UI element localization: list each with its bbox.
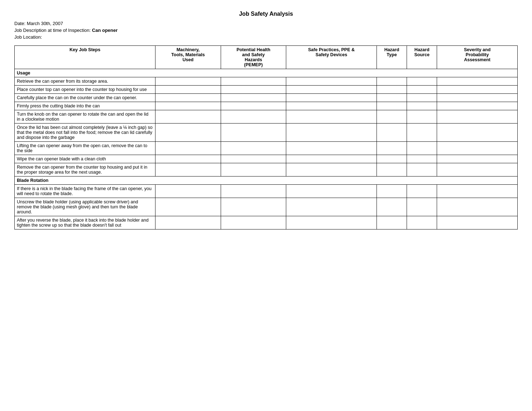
safe-practices-cell (286, 110, 377, 124)
section-header-row: Usage (15, 69, 518, 77)
jsa-table: Key Job Steps Machinery, Tools, Material… (14, 45, 518, 229)
health-cell (221, 185, 286, 198)
table-row: Remove the can opener from the counter t… (15, 163, 518, 177)
meta-location: Job Location: (14, 34, 518, 40)
severity-cell (437, 94, 518, 102)
table-row: If there is a nick in the blade facing t… (15, 185, 518, 198)
header-machinery: Machinery, Tools, Materials Used (155, 46, 221, 69)
table-row: After you reverse the blade, place it ba… (15, 216, 518, 229)
safe-practices-cell (286, 163, 377, 177)
safe-practices-cell (286, 94, 377, 102)
table-row: Carefully place the can on the counter u… (15, 94, 518, 102)
safe-practices-cell (286, 77, 377, 86)
step-text: Wipe the can opener blade with a clean c… (15, 155, 155, 163)
meta-date: Date: March 30th, 2007 (14, 21, 518, 26)
hazard-source-cell (407, 110, 437, 124)
hazard-source-cell (407, 102, 437, 110)
severity-cell (437, 185, 518, 198)
machinery-cell (155, 142, 221, 155)
hazard-source-cell (407, 77, 437, 86)
health-cell (221, 86, 286, 94)
health-cell (221, 198, 286, 216)
safe-practices-cell (286, 216, 377, 229)
hazard-source-cell (407, 155, 437, 163)
header-safe-practices: Safe Practices, PPE & Safety Devices (286, 46, 377, 69)
section-label: Blade Rotation (15, 177, 518, 185)
machinery-cell (155, 102, 221, 110)
safe-practices-cell (286, 185, 377, 198)
table-row: Wipe the can opener blade with a clean c… (15, 155, 518, 163)
hazard-source-cell (407, 198, 437, 216)
severity-cell (437, 86, 518, 94)
header-health-hazards: Potential Health and Safety Hazards (PEM… (221, 46, 286, 69)
hazard-source-cell (407, 185, 437, 198)
hazard-source-cell (407, 216, 437, 229)
header-hazard-type: HazardType (377, 46, 407, 69)
step-text: After you reverse the blade, place it ba… (15, 216, 155, 229)
step-text: Retrieve the can opener from its storage… (15, 77, 155, 86)
step-text: Once the lid has been cut almost complet… (15, 124, 155, 142)
health-cell (221, 124, 286, 142)
header-severity: Severity and Probability Assessment (437, 46, 518, 69)
job-desc-value: Can opener (92, 28, 118, 33)
step-text: Turn the knob on the can opener to rotat… (15, 110, 155, 124)
machinery-cell (155, 216, 221, 229)
hazard-type-cell (377, 142, 407, 155)
step-text: Carefully place the can on the counter u… (15, 94, 155, 102)
step-text: If there is a nick in the blade facing t… (15, 185, 155, 198)
hazard-type-cell (377, 198, 407, 216)
health-cell (221, 77, 286, 86)
hazard-source-cell (407, 163, 437, 177)
step-text: Unscrew the blade holder (using applicab… (15, 198, 155, 216)
hazard-type-cell (377, 124, 407, 142)
table-row: Unscrew the blade holder (using applicab… (15, 198, 518, 216)
table-row: Turn the knob on the can opener to rotat… (15, 110, 518, 124)
safe-practices-cell (286, 142, 377, 155)
hazard-source-cell (407, 94, 437, 102)
section-label: Usage (15, 69, 518, 77)
table-row: Lifting the can opener away from the ope… (15, 142, 518, 155)
severity-cell (437, 124, 518, 142)
job-desc-prefix: Job Description at time of Inspection: (14, 28, 92, 33)
hazard-source-cell (407, 86, 437, 94)
table-row: Retrieve the can opener from its storage… (15, 77, 518, 86)
machinery-cell (155, 94, 221, 102)
table-header-row: Key Job Steps Machinery, Tools, Material… (15, 46, 518, 69)
safe-practices-cell (286, 155, 377, 163)
table-row: Place counter top can opener into the co… (15, 86, 518, 94)
hazard-type-cell (377, 163, 407, 177)
machinery-cell (155, 155, 221, 163)
table-row: Once the lid has been cut almost complet… (15, 124, 518, 142)
hazard-type-cell (377, 86, 407, 94)
table-row: Firmly press the cutting blade into the … (15, 102, 518, 110)
hazard-source-cell (407, 124, 437, 142)
hazard-type-cell (377, 110, 407, 124)
safe-practices-cell (286, 124, 377, 142)
hazard-type-cell (377, 102, 407, 110)
severity-cell (437, 198, 518, 216)
step-text: Remove the can opener from the counter t… (15, 163, 155, 177)
step-text: Lifting the can opener away from the ope… (15, 142, 155, 155)
hazard-type-cell (377, 77, 407, 86)
machinery-cell (155, 86, 221, 94)
section-header-row: Blade Rotation (15, 177, 518, 185)
machinery-cell (155, 124, 221, 142)
machinery-cell (155, 185, 221, 198)
machinery-cell (155, 110, 221, 124)
step-text: Place counter top can opener into the co… (15, 86, 155, 94)
health-cell (221, 94, 286, 102)
severity-cell (437, 102, 518, 110)
severity-cell (437, 163, 518, 177)
hazard-type-cell (377, 94, 407, 102)
header-key-job-steps: Key Job Steps (15, 46, 155, 69)
safe-practices-cell (286, 102, 377, 110)
machinery-cell (155, 77, 221, 86)
health-cell (221, 142, 286, 155)
health-cell (221, 155, 286, 163)
page-title: Job Safety Analysis (14, 11, 518, 17)
safe-practices-cell (286, 198, 377, 216)
severity-cell (437, 216, 518, 229)
hazard-type-cell (377, 155, 407, 163)
health-cell (221, 163, 286, 177)
health-cell (221, 110, 286, 124)
